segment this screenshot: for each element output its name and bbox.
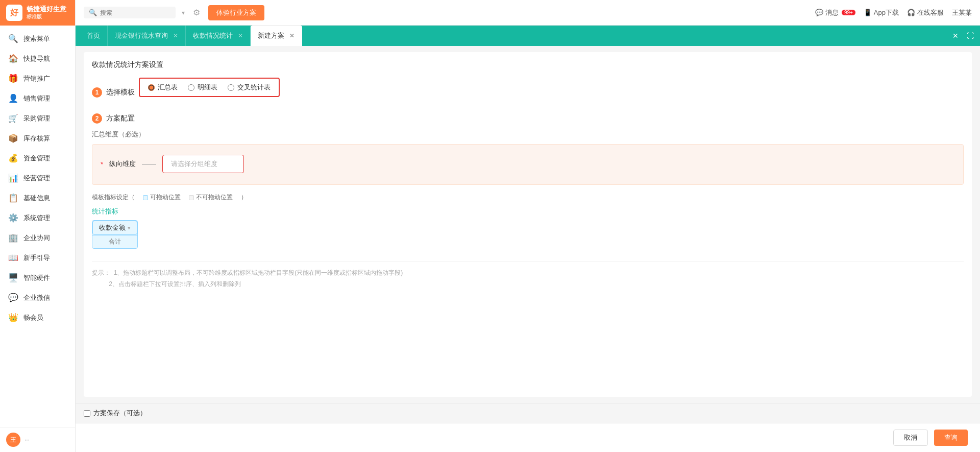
service-label: 在线客服 [917, 8, 944, 17]
sidebar-item-label: 资金管理 [23, 154, 50, 163]
logo-text: 畅捷通好生意 [27, 5, 66, 13]
radio-cross-input[interactable] [228, 84, 234, 91]
monitor-icon: 🖥️ [8, 273, 18, 282]
section2-number: 2 [92, 113, 102, 124]
notification-badge: 99+ [842, 10, 855, 15]
cart-icon: 🛒 [8, 113, 18, 123]
sidebar-item-label: 营销推广 [23, 74, 50, 83]
sidebar-item-label: 快捷导航 [23, 54, 50, 63]
crown-icon: 👑 [8, 313, 18, 322]
radio-summary-input[interactable] [148, 84, 155, 91]
notification-label: 消息 [825, 8, 839, 17]
sidebar-item-hardware[interactable]: 🖥️ 智能硬件 [0, 268, 75, 288]
app-download-button[interactable]: 📱 App下载 [864, 8, 899, 17]
sidebar-item-label: 采购管理 [23, 114, 50, 123]
building-icon: 🏢 [8, 233, 18, 243]
sidebar-item-label: 企业微信 [23, 293, 50, 302]
radio-cross[interactable]: 交叉统计表 [228, 83, 271, 92]
sidebar-nav: 🔍 搜索菜单 🏠 快捷导航 🎁 营销推广 👤 销售管理 🛒 采购管理 📦 库存核… [0, 26, 75, 427]
save-plan-checkbox-label[interactable]: 方案保存（可选） [84, 409, 146, 418]
service-icon: 🎧 [907, 9, 915, 16]
content-inner: 收款情况统计方案设置 1 选择模板 汇总表 明细表 交叉统计 [84, 52, 972, 397]
sidebar-item-marketing[interactable]: 🎁 营销推广 [0, 68, 75, 88]
close-all-icon[interactable]: ✕ [950, 31, 961, 41]
dimension-area: * 纵向维度 —— 请选择分组维度 [92, 144, 964, 185]
sidebar-item-search-menu[interactable]: 🔍 搜索菜单 [0, 29, 75, 49]
sidebar-item-enterprise[interactable]: 🏢 企业协同 [0, 228, 75, 248]
arrow-right-icon: —— [142, 160, 156, 168]
tab-cash-flow[interactable]: 现金银行流水查询 ✕ [108, 26, 186, 46]
sidebar-item-finance[interactable]: 💰 资金管理 [0, 148, 75, 168]
metrics-label: 模板指标设定（ [92, 193, 135, 202]
download-icon: 📱 [864, 9, 872, 16]
metrics-section: 模板指标设定（ 可拖动位置 不可拖动位置 ） 统计指标 [92, 193, 964, 249]
search-input[interactable] [100, 9, 161, 16]
sidebar-item-wechat[interactable]: 💬 企业微信 [0, 288, 75, 307]
sidebar-item-label: 畅会员 [23, 313, 43, 322]
close-icon[interactable]: ✕ [289, 32, 295, 39]
user-icon: 👤 [8, 93, 18, 103]
industry-solution-button[interactable]: 体验行业方案 [208, 5, 264, 20]
money-icon: 💰 [8, 153, 18, 163]
metrics-suffix: ） [241, 193, 247, 202]
search-menu-icon: 🔍 [8, 34, 18, 43]
home-icon: 🏠 [8, 54, 18, 63]
tab-home-label: 首页 [87, 31, 100, 40]
radio-summary-label[interactable]: 汇总表 [158, 83, 178, 92]
dimension-row: * 纵向维度 —— 请选择分组维度 [101, 155, 955, 173]
save-plan-checkbox[interactable] [84, 410, 90, 417]
template-selector: 汇总表 明细表 交叉统计表 [139, 78, 280, 97]
radio-detail[interactable]: 明细表 [188, 83, 217, 92]
close-icon[interactable]: ✕ [238, 32, 243, 39]
sidebar-item-system[interactable]: ⚙️ 系统管理 [0, 208, 75, 228]
legend-fixed-label: 不可拖动位置 [196, 193, 233, 202]
content-area: 收款情况统计方案设置 1 选择模板 汇总表 明细表 交叉统计 [76, 46, 980, 423]
dimension-section-label: 汇总维度（必选） [92, 130, 964, 139]
sidebar-item-member[interactable]: 👑 畅会员 [0, 307, 75, 327]
metric-subtag: 合计 [92, 235, 137, 248]
metrics-legend: 模板指标设定（ 可拖动位置 不可拖动位置 ） [92, 193, 964, 202]
online-service-button[interactable]: 🎧 在线客服 [907, 8, 944, 17]
message-icon: 💬 [815, 9, 823, 16]
topbar: 🔍 ▾ ⚙ 体验行业方案 💬 消息 99+ 📱 App下载 🎧 在线客服 王某某 [76, 0, 980, 26]
sidebar-item-inventory[interactable]: 📦 库存核算 [0, 128, 75, 148]
sidebar-item-basic-info[interactable]: 📋 基础信息 [0, 188, 75, 208]
chat-icon: 💬 [8, 293, 18, 302]
cancel-button[interactable]: 取消 [893, 430, 928, 446]
radio-detail-input[interactable] [188, 84, 194, 91]
dimension-select[interactable]: 请选择分组维度 [162, 155, 244, 173]
tabs-controls: ✕ ⛶ [950, 31, 976, 41]
sidebar-item-label: 新手引导 [23, 253, 50, 263]
fullscreen-icon[interactable]: ⛶ [965, 31, 976, 41]
tab-new-plan[interactable]: 新建方案 ✕ [251, 26, 302, 46]
tab-collection-stats[interactable]: 收款情况统计 ✕ [186, 26, 251, 46]
gift-icon: 🎁 [8, 74, 18, 83]
dimension-placeholder: 请选择分组维度 [171, 160, 217, 168]
tip2: 2、点击标题栏下拉可设置排序、插入列和删除列 [92, 279, 964, 290]
radio-summary[interactable]: 汇总表 [148, 83, 178, 92]
sidebar-item-label: 搜索菜单 [23, 34, 50, 43]
sidebar-item-quick-nav[interactable]: 🏠 快捷导航 [0, 49, 75, 68]
section1-title: 选择模板 [106, 88, 135, 97]
radio-cross-label[interactable]: 交叉统计表 [237, 83, 271, 92]
topbar-search-box[interactable]: 🔍 [84, 7, 176, 18]
close-icon[interactable]: ✕ [173, 32, 178, 39]
metric-card-collection: 收款金额 ▾ 合计 [92, 220, 138, 249]
radio-detail-label[interactable]: 明细表 [198, 83, 217, 92]
metric-tag[interactable]: 收款金额 ▾ [92, 221, 137, 235]
dim-required-mark: * [101, 160, 103, 168]
query-button[interactable]: 查询 [934, 430, 968, 446]
tab-cash-flow-label: 现金银行流水查询 [115, 31, 168, 40]
notification-button[interactable]: 💬 消息 99+ [815, 8, 855, 17]
tab-bar: 首页 现金银行流水查询 ✕ 收款情况统计 ✕ 新建方案 ✕ ✕ ⛶ [76, 26, 980, 46]
settings-icon[interactable]: ⚙ [191, 6, 202, 19]
metric-tag-label: 收款金额 [99, 223, 126, 232]
sidebar-item-label: 智能硬件 [23, 273, 50, 282]
sidebar-item-sales[interactable]: 👤 销售管理 [0, 88, 75, 108]
chevron-down-icon[interactable]: ▾ [182, 9, 185, 16]
sidebar-item-operation[interactable]: 📊 经营管理 [0, 168, 75, 188]
sidebar-item-purchase[interactable]: 🛒 采购管理 [0, 108, 75, 128]
tab-home[interactable]: 首页 [80, 26, 108, 46]
sidebar-item-guide[interactable]: 📖 新手引导 [0, 248, 75, 268]
stat-label: 统计指标 [92, 207, 964, 216]
